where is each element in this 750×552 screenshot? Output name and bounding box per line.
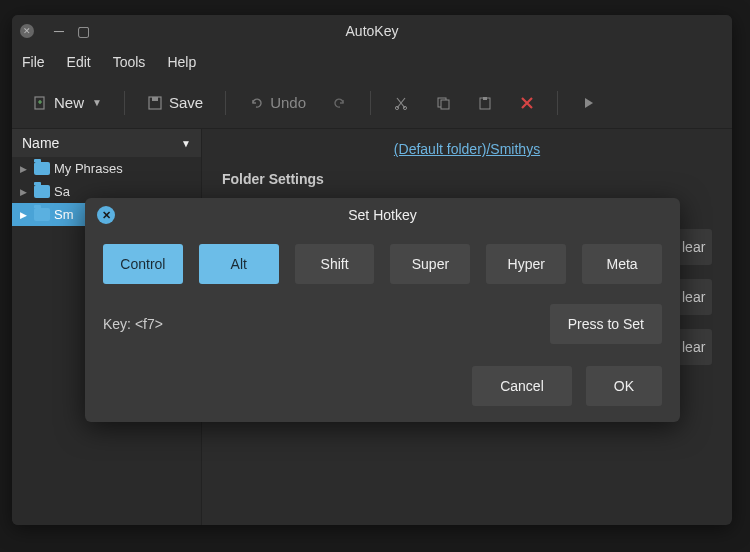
separator — [225, 91, 226, 115]
play-icon — [580, 95, 596, 111]
folder-icon — [34, 208, 50, 221]
save-icon — [147, 95, 163, 111]
toolbar-copy-button[interactable] — [425, 89, 461, 117]
window-minimize-button[interactable]: ─ — [52, 24, 66, 38]
key-label: Key: <f7> — [103, 316, 163, 332]
caret-right-icon: ▶ — [20, 187, 30, 197]
separator — [124, 91, 125, 115]
folder-icon — [34, 185, 50, 198]
window-title: AutoKey — [100, 23, 724, 39]
breadcrumb-link[interactable]: (Default folder)/Smithys — [394, 141, 540, 157]
menu-tools[interactable]: Tools — [113, 54, 146, 70]
window-maximize-button[interactable]: ▢ — [76, 24, 90, 38]
modifier-hyper-toggle[interactable]: Hyper — [486, 244, 566, 284]
menu-file[interactable]: File — [22, 54, 45, 70]
toolbar: New ▼ Save Undo — [12, 77, 732, 129]
set-hotkey-dialog: ✕ Set Hotkey Control Alt Shift Super Hyp… — [85, 198, 680, 422]
sidebar-header[interactable]: Name ▼ — [12, 129, 201, 157]
svg-rect-6 — [441, 100, 449, 109]
redo-icon — [332, 95, 348, 111]
section-title: Folder Settings — [222, 171, 712, 187]
caret-right-icon: ▶ — [20, 164, 30, 174]
caret-right-icon: ▶ — [20, 210, 30, 220]
delete-icon — [519, 95, 535, 111]
toolbar-save-button[interactable]: Save — [137, 88, 213, 117]
window-close-button[interactable]: ✕ — [20, 24, 34, 38]
tree-item-label: Sa — [54, 184, 70, 199]
dialog-actions: Cancel OK — [85, 352, 680, 406]
toolbar-run-button[interactable] — [570, 89, 606, 117]
tree-item-label: Sm — [54, 207, 74, 222]
toolbar-paste-button[interactable] — [467, 89, 503, 117]
toolbar-undo-label: Undo — [270, 94, 306, 111]
toolbar-cut-button[interactable] — [383, 89, 419, 117]
copy-icon — [435, 95, 451, 111]
tree-item-label: My Phrases — [54, 161, 123, 176]
menu-help[interactable]: Help — [167, 54, 196, 70]
toolbar-delete-button[interactable] — [509, 89, 545, 117]
tree-item-my-phrases[interactable]: ▶ My Phrases — [12, 157, 201, 180]
toolbar-new-label: New — [54, 94, 84, 111]
modifier-meta-toggle[interactable]: Meta — [582, 244, 662, 284]
separator — [370, 91, 371, 115]
folder-icon — [34, 162, 50, 175]
chevron-down-icon: ▼ — [181, 138, 191, 149]
modifier-shift-toggle[interactable]: Shift — [295, 244, 375, 284]
breadcrumb: (Default folder)/Smithys — [222, 141, 712, 157]
undo-icon — [248, 95, 264, 111]
toolbar-redo-button[interactable] — [322, 89, 358, 117]
new-file-icon — [32, 95, 48, 111]
titlebar: ✕ ─ ▢ AutoKey — [12, 15, 732, 47]
dialog-close-button[interactable]: ✕ — [97, 206, 115, 224]
sidebar-header-label: Name — [22, 135, 59, 151]
modifier-control-toggle[interactable]: Control — [103, 244, 183, 284]
press-to-set-button[interactable]: Press to Set — [550, 304, 662, 344]
paste-icon — [477, 95, 493, 111]
toolbar-undo-button[interactable]: Undo — [238, 88, 316, 117]
ok-button[interactable]: OK — [586, 366, 662, 406]
toolbar-save-label: Save — [169, 94, 203, 111]
chevron-down-icon: ▼ — [92, 97, 102, 108]
cut-icon — [393, 95, 409, 111]
svg-rect-8 — [483, 97, 487, 100]
cancel-button[interactable]: Cancel — [472, 366, 572, 406]
modifier-super-toggle[interactable]: Super — [390, 244, 470, 284]
separator — [557, 91, 558, 115]
toolbar-new-button[interactable]: New ▼ — [22, 88, 112, 117]
menu-edit[interactable]: Edit — [67, 54, 91, 70]
dialog-titlebar: ✕ Set Hotkey — [85, 198, 680, 228]
modifier-alt-toggle[interactable]: Alt — [199, 244, 279, 284]
key-row: Key: <f7> Press to Set — [85, 294, 680, 352]
menubar: File Edit Tools Help — [12, 47, 732, 77]
dialog-title: Set Hotkey — [115, 207, 668, 223]
modifier-row: Control Alt Shift Super Hyper Meta — [85, 228, 680, 294]
svg-rect-2 — [152, 97, 158, 101]
